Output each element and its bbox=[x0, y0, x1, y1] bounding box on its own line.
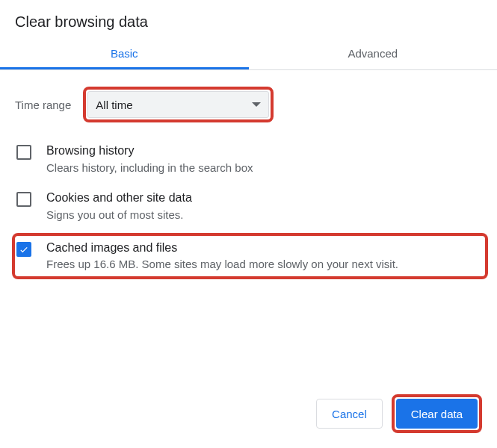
option-text: Browsing history Clears history, includi… bbox=[46, 143, 484, 175]
option-title: Browsing history bbox=[46, 143, 484, 159]
option-title: Cookies and other site data bbox=[46, 190, 484, 206]
option-cached-images[interactable]: Cached images and files Frees up 16.6 MB… bbox=[12, 233, 488, 280]
tab-basic[interactable]: Basic bbox=[0, 38, 249, 69]
time-range-label: Time range bbox=[15, 99, 71, 111]
option-desc: Clears history, including in the search … bbox=[46, 160, 484, 175]
options-list: Browsing history Clears history, includi… bbox=[0, 131, 497, 279]
chevron-down-icon bbox=[252, 102, 261, 107]
time-range-select[interactable]: All time bbox=[87, 91, 269, 118]
checkbox-browsing-history[interactable] bbox=[16, 145, 31, 160]
check-icon bbox=[19, 244, 29, 255]
checkbox-cookies[interactable] bbox=[16, 192, 31, 207]
tabs: Basic Advanced bbox=[0, 38, 497, 70]
option-desc: Frees up 16.6 MB. Some sites may load mo… bbox=[46, 256, 484, 272]
dialog-footer: Cancel Clear data bbox=[316, 394, 482, 433]
option-text: Cached images and files Frees up 16.6 MB… bbox=[46, 240, 484, 273]
option-desc: Signs you out of most sites. bbox=[46, 207, 484, 223]
option-cookies[interactable]: Cookies and other site data Signs you ou… bbox=[12, 183, 488, 230]
option-browsing-history[interactable]: Browsing history Clears history, includi… bbox=[12, 136, 488, 183]
highlight-clear-button: Clear data bbox=[392, 394, 482, 433]
tab-advanced[interactable]: Advanced bbox=[249, 38, 498, 69]
time-range-value: All time bbox=[96, 99, 132, 111]
clear-data-button[interactable]: Clear data bbox=[396, 399, 478, 429]
highlight-time-range: All time bbox=[83, 87, 274, 122]
dialog-title: Clear browsing data bbox=[0, 0, 497, 38]
time-range-row: Time range All time bbox=[0, 70, 497, 131]
option-title: Cached images and files bbox=[46, 240, 484, 256]
option-text: Cookies and other site data Signs you ou… bbox=[46, 190, 484, 223]
cancel-button[interactable]: Cancel bbox=[316, 399, 383, 429]
checkbox-cached-images[interactable] bbox=[16, 242, 31, 257]
